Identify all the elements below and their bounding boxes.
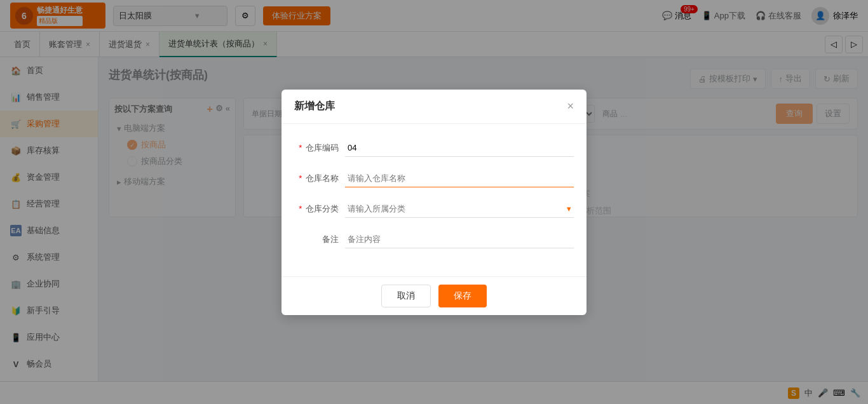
warehouse-category-input-wrap: ▾: [345, 200, 574, 218]
warehouse-name-row: * 仓库名称: [294, 170, 574, 187]
remark-row: 备注: [294, 231, 574, 248]
warehouse-code-input-wrap: [345, 139, 574, 157]
modal-overlay: 新增仓库 × * 仓库编码 * 仓库名称: [0, 0, 868, 404]
warehouse-name-input-wrap: [345, 170, 574, 187]
required-star-1: *: [299, 143, 302, 152]
save-button[interactable]: 保存: [438, 285, 487, 307]
modal-body: * 仓库编码 * 仓库名称 *: [281, 124, 587, 276]
warehouse-category-label: * 仓库分类: [294, 203, 345, 215]
warehouse-category-row: * 仓库分类 ▾: [294, 200, 574, 218]
required-star-3: *: [299, 204, 302, 213]
modal-header: 新增仓库 ×: [281, 90, 587, 124]
warehouse-name-input[interactable]: [345, 170, 574, 187]
warehouse-code-label: * 仓库编码: [294, 142, 345, 154]
warehouse-code-input[interactable]: [345, 139, 574, 157]
required-star-2: *: [299, 173, 302, 183]
remark-input[interactable]: [345, 231, 574, 248]
modal-new-warehouse: 新增仓库 × * 仓库编码 * 仓库名称: [281, 90, 587, 315]
modal-close-btn[interactable]: ×: [567, 100, 574, 113]
modal-footer: 取消 保存: [281, 276, 587, 315]
warehouse-code-row: * 仓库编码: [294, 139, 574, 157]
cancel-button[interactable]: 取消: [381, 285, 431, 307]
warehouse-category-input[interactable]: [345, 200, 574, 218]
modal-title: 新增仓库: [294, 100, 335, 113]
remark-input-wrap: [345, 231, 574, 248]
warehouse-name-label: * 仓库名称: [294, 173, 345, 184]
remark-label: 备注: [294, 234, 345, 245]
